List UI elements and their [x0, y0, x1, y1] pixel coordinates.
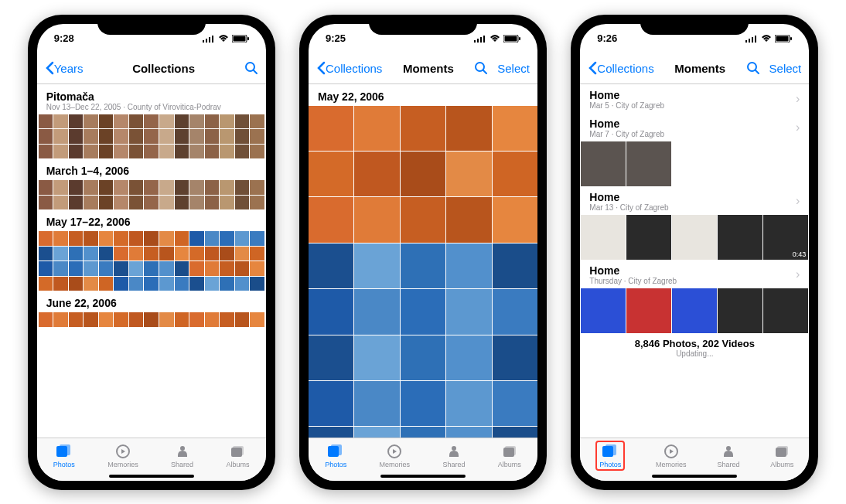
back-button[interactable]: Collections: [588, 61, 653, 75]
photo-thumb[interactable]: [220, 180, 234, 195]
photo-thumb[interactable]: [493, 427, 537, 437]
photo-thumb[interactable]: [235, 277, 250, 291]
photo-thumb[interactable]: [144, 145, 159, 159]
photo-thumb[interactable]: [250, 196, 264, 210]
moment-header[interactable]: HomeMar 7 · City of Zagreb›: [580, 113, 809, 141]
search-icon[interactable]: [244, 61, 258, 75]
photo-thumb[interactable]: [446, 427, 491, 437]
photo-thumb[interactable]: [235, 114, 250, 129]
photo-thumb[interactable]: [114, 145, 128, 159]
photo-thumb[interactable]: [493, 152, 537, 196]
photo-thumb[interactable]: [99, 180, 114, 195]
photo-thumb[interactable]: [144, 312, 159, 327]
photo-thumb[interactable]: [99, 312, 114, 327]
photo-thumb[interactable]: [175, 247, 189, 261]
photo-thumb[interactable]: [446, 106, 491, 151]
photo-thumb[interactable]: [235, 261, 250, 276]
photo-thumb[interactable]: [159, 196, 174, 210]
photo-thumb[interactable]: [718, 288, 762, 333]
photo-thumb[interactable]: [114, 247, 128, 261]
photo-thumb[interactable]: [69, 261, 84, 276]
content[interactable]: May 22, 2006: [309, 84, 537, 438]
photo-thumb[interactable]: [401, 197, 445, 242]
photo-thumb[interactable]: [581, 215, 626, 260]
photo-thumb[interactable]: [69, 277, 84, 291]
photo-thumb[interactable]: [235, 196, 250, 210]
photo-thumb[interactable]: [39, 196, 53, 210]
photo-thumb[interactable]: [235, 231, 250, 246]
photo-thumb[interactable]: [39, 114, 53, 129]
photo-thumb[interactable]: [144, 196, 159, 210]
photo-thumb[interactable]: [235, 247, 250, 261]
photo-thumb[interactable]: [99, 114, 114, 129]
photo-thumb[interactable]: [354, 335, 399, 380]
photo-thumb[interactable]: [129, 114, 144, 129]
photo-thumb[interactable]: [129, 196, 144, 210]
photo-thumb[interactable]: [144, 114, 159, 129]
back-button[interactable]: Years: [45, 61, 84, 75]
photo-thumb[interactable]: [39, 180, 53, 195]
photo-thumb[interactable]: [69, 180, 84, 195]
home-indicator[interactable]: [380, 475, 466, 478]
photo-thumb[interactable]: [69, 196, 84, 210]
photo-thumb[interactable]: [493, 106, 537, 151]
photo-thumb[interactable]: [114, 196, 128, 210]
photo-thumb[interactable]: [129, 180, 144, 195]
photo-thumb[interactable]: [84, 145, 98, 159]
photo-thumb[interactable]: [205, 196, 220, 210]
photo-thumb[interactable]: [493, 381, 537, 426]
photo-thumb[interactable]: [99, 129, 114, 144]
photo-thumb[interactable]: [175, 231, 189, 246]
photo-thumb[interactable]: [493, 335, 537, 380]
photo-thumb[interactable]: [99, 261, 114, 276]
photo-thumb[interactable]: [39, 261, 53, 276]
tab-albums[interactable]: Albums: [498, 443, 521, 468]
photo-thumb[interactable]: [144, 261, 159, 276]
content[interactable]: HomeMar 5 · City of Zagreb›HomeMar 7 · C…: [580, 84, 809, 438]
photo-thumb[interactable]: [250, 129, 264, 144]
photo-thumb[interactable]: [144, 180, 159, 195]
photo-thumb[interactable]: [401, 243, 445, 288]
photo-thumb[interactable]: [493, 197, 537, 242]
photo-thumb[interactable]: [53, 114, 68, 129]
photo-thumb[interactable]: [129, 312, 144, 327]
photo-thumb[interactable]: [144, 231, 159, 246]
photo-thumb[interactable]: [159, 145, 174, 159]
photo-thumb[interactable]: [53, 261, 68, 276]
photo-thumb[interactable]: [189, 196, 204, 210]
photo-thumb[interactable]: [84, 261, 98, 276]
photo-thumb[interactable]: [114, 114, 128, 129]
photo-thumb[interactable]: [205, 312, 220, 327]
photo-thumb[interactable]: [309, 197, 353, 242]
photo-thumb[interactable]: [39, 145, 53, 159]
photo-thumb[interactable]: [309, 243, 353, 288]
photo-thumb[interactable]: [401, 335, 445, 380]
photo-thumb[interactable]: [220, 196, 234, 210]
home-indicator[interactable]: [652, 475, 737, 478]
photo-thumb[interactable]: [114, 277, 128, 291]
photo-thumb[interactable]: [354, 197, 399, 242]
back-button[interactable]: Collections: [316, 61, 382, 75]
photo-thumb[interactable]: [250, 247, 264, 261]
photo-thumb[interactable]: [354, 381, 399, 426]
photo-thumb[interactable]: [114, 231, 128, 246]
collection-header[interactable]: May 17–22, 2006: [37, 209, 266, 231]
photo-thumb[interactable]: [39, 312, 53, 327]
photo-thumb[interactable]: [220, 261, 234, 276]
photo-thumb[interactable]: [235, 180, 250, 195]
photo-thumb[interactable]: [159, 312, 174, 327]
collection-header[interactable]: PitomačaNov 13–Dec 22, 2005 · County of …: [37, 84, 266, 114]
photo-thumb[interactable]: [159, 231, 174, 246]
photo-thumb[interactable]: [114, 312, 128, 327]
tab-shared[interactable]: Shared: [171, 443, 193, 468]
tab-shared[interactable]: Shared: [442, 443, 465, 468]
photo-thumb[interactable]: [309, 427, 353, 437]
photo-thumb[interactable]: [189, 180, 204, 195]
photo-thumb[interactable]: [220, 231, 234, 246]
photo-thumb[interactable]: [354, 243, 399, 288]
photo-thumb[interactable]: [493, 289, 537, 334]
photo-thumb[interactable]: [129, 129, 144, 144]
photo-thumb[interactable]: [129, 261, 144, 276]
photo-thumb[interactable]: [250, 114, 264, 129]
photo-thumb[interactable]: [53, 180, 68, 195]
